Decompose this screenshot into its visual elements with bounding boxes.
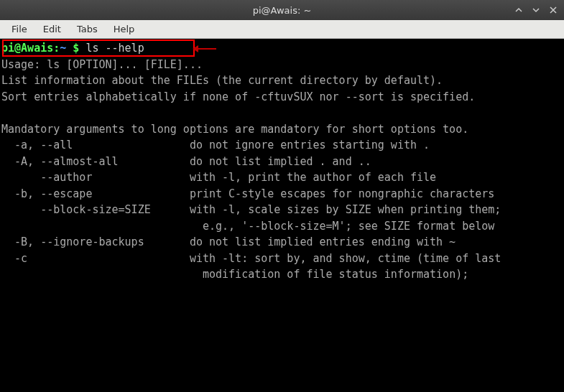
maximize-icon[interactable] xyxy=(531,5,541,15)
terminal-output: Usage: ls [OPTION]... [FILE]... List inf… xyxy=(1,58,501,281)
minimize-icon[interactable] xyxy=(514,5,524,15)
window-controls xyxy=(514,5,558,15)
prompt-dollar: $ xyxy=(66,42,85,55)
menubar: File Edit Tabs Help xyxy=(0,20,564,39)
command-text: ls --help xyxy=(85,42,144,55)
menu-file[interactable]: File xyxy=(4,22,34,37)
menu-edit[interactable]: Edit xyxy=(36,22,68,37)
prompt-path: ~ xyxy=(60,42,66,55)
titlebar: pi@Awais: ~ xyxy=(0,0,564,20)
window-title: pi@Awais: ~ xyxy=(253,5,312,16)
menu-tabs[interactable]: Tabs xyxy=(70,22,105,37)
terminal-area[interactable]: pi@Awais:~ $ ls --help Usage: ls [OPTION… xyxy=(0,39,564,284)
close-icon[interactable] xyxy=(548,5,558,15)
prompt-line: pi@Awais:~ $ ls --help xyxy=(1,42,144,55)
prompt-colon: : xyxy=(53,42,60,55)
prompt-userhost: pi@Awais xyxy=(1,42,53,55)
menu-help[interactable]: Help xyxy=(106,22,142,37)
